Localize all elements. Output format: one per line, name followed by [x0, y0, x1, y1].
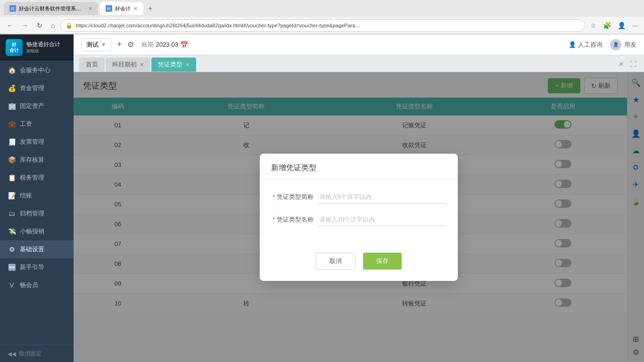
- lock-icon: 🔒: [66, 22, 73, 29]
- forward-button[interactable]: →: [19, 20, 31, 31]
- home-button[interactable]: ⌂: [48, 20, 58, 31]
- browser-tab-1[interactable]: 好 好会计云财务软件管理系统_会计 ✕: [4, 2, 98, 15]
- cancel-button[interactable]: 取消: [316, 253, 355, 270]
- tab-home-label: 首页: [86, 60, 98, 69]
- page-tabs: 首页 科目期初 ✕ 凭证类型 ✕ ✕ ⛶: [74, 55, 644, 72]
- org-selector[interactable]: 测试 ▼: [81, 38, 111, 51]
- calendar-icon[interactable]: 📅: [180, 41, 188, 49]
- modal-footer: 取消 保存: [260, 247, 458, 281]
- refresh-button[interactable]: ↻: [34, 20, 45, 31]
- sidebar-item-assets[interactable]: 🏢 固定资产: [0, 97, 74, 115]
- sidebar-label-dashboard: 会服务中心: [20, 66, 50, 74]
- org-arrow-icon: ▼: [101, 42, 106, 47]
- favorites-button[interactable]: ☆: [588, 20, 599, 31]
- sidebar-label-inventory: 库存核算: [20, 156, 44, 164]
- url-box[interactable]: 🔒 https://cloud2.chanjet.com/accounting/…: [60, 19, 585, 32]
- panel-close-button[interactable]: ✕: [617, 58, 626, 70]
- logo-icon: 好合计: [6, 39, 23, 56]
- browser-chrome: 好 好会计云财务软件管理系统_会计 ✕ 好 好会计 ✕ + ← → ↻ ⌂ 🔒 …: [0, 0, 644, 34]
- account-button[interactable]: 👤: [615, 20, 628, 31]
- sidebar-item-guide[interactable]: 🆕 新手引导: [0, 258, 74, 276]
- sidebar-label-funds: 资金管理: [20, 84, 44, 92]
- modal-overlay: 新增凭证类型 * 凭证类型简称 * 凭证类: [74, 72, 644, 362]
- topbar-right: 👤 人工咨询 👤 用友: [569, 39, 636, 50]
- tab-subject-label: 科目期初: [112, 60, 137, 69]
- sidebar-item-wages[interactable]: 💼 工资: [0, 115, 74, 133]
- tab-subject[interactable]: 科目期初 ✕: [106, 58, 150, 72]
- main-wrapper: 测试 ▼ + ⚙ 账期 2023-03 📅 👤 人工咨询 👤 用友: [74, 34, 644, 362]
- add-org-button[interactable]: +: [117, 40, 122, 49]
- required-star-short: *: [272, 193, 277, 200]
- save-button[interactable]: 保存: [363, 253, 402, 270]
- sidebar-item-funds[interactable]: 💰 资金管理: [0, 79, 74, 97]
- sidebar-item-invoice[interactable]: 🧾 发票管理: [0, 133, 74, 151]
- consult-label: 人工咨询: [578, 41, 603, 49]
- member-icon: V: [8, 281, 16, 289]
- new-tab-button[interactable]: +: [145, 4, 155, 13]
- sidebar-label-invoice: 发票管理: [20, 138, 44, 146]
- sidebar-item-settle[interactable]: 📝 结账: [0, 187, 74, 205]
- sidebar-footer-label: 取消固定: [19, 350, 41, 358]
- period-info: 账期 2023-03 📅: [141, 41, 188, 49]
- short-name-input[interactable]: [318, 190, 446, 204]
- form-label-full: * 凭证类型名称: [271, 215, 318, 224]
- funds-icon: 💰: [8, 84, 16, 92]
- dashboard-icon: 🏠: [8, 66, 16, 74]
- sidebar-item-member[interactable]: V 畅会员: [0, 276, 74, 294]
- back-button[interactable]: ←: [4, 20, 16, 31]
- tab-close-1[interactable]: ✕: [88, 6, 92, 12]
- consult-icon: 👤: [569, 41, 576, 48]
- app-topbar: 测试 ▼ + ⚙ 账期 2023-03 📅 👤 人工咨询 👤 用友: [74, 34, 644, 55]
- expense-icon: 💸: [8, 227, 16, 236]
- sidebar-logo: 好合计 畅捷通好合计 旗舰版: [0, 34, 74, 61]
- sidebar-scroll: 🏠 会服务中心 💰 资金管理 🏢 固定资产 💼 工资 🧾 发票管理 📦: [0, 61, 74, 345]
- sidebar-label-wages: 工资: [20, 120, 32, 128]
- tab-favicon-1: 好: [9, 5, 16, 12]
- settle-icon: 📝: [8, 191, 16, 200]
- sidebar-item-archive[interactable]: 🗂 归档管理: [0, 205, 74, 222]
- tab-close-2[interactable]: ✕: [133, 6, 138, 12]
- assets-icon: 🏢: [8, 102, 16, 110]
- sidebar-item-dashboard[interactable]: 🏠 会服务中心: [0, 61, 74, 79]
- full-name-input[interactable]: [318, 213, 446, 226]
- tab-bar: 好 好会计云财务软件管理系统_会计 ✕ 好 好会计 ✕ +: [0, 0, 644, 17]
- sidebar-item-inventory[interactable]: 📦 库存核算: [0, 151, 74, 169]
- tab-label-1: 好会计云财务软件管理系统_会计: [19, 5, 85, 12]
- tab-label-2: 好会计: [115, 5, 131, 12]
- browser-actions: ☆ 🧩 👤 ···: [588, 20, 640, 31]
- panel-win-buttons: ✕ ⛶: [617, 58, 638, 72]
- browser-tab-2[interactable]: 好 好会计 ✕: [100, 2, 143, 15]
- modal-title: 新增凭证类型: [271, 164, 316, 172]
- period-value: 2023-03: [156, 41, 178, 48]
- app-container: 好合计 畅捷通好合计 旗舰版 🏠 会服务中心 💰 资金管理 🏢 固定资产 💼 工…: [0, 34, 644, 362]
- logo-name: 畅捷通好合计: [26, 41, 60, 49]
- tab-home[interactable]: 首页: [79, 58, 105, 72]
- form-row-short: * 凭证类型简称: [271, 190, 446, 204]
- user-avatar: 👤: [610, 39, 621, 50]
- user-button[interactable]: 👤 用友: [610, 39, 636, 50]
- settings-button[interactable]: ⚙: [127, 40, 134, 49]
- sidebar-label-tax: 税务管理: [20, 173, 44, 182]
- required-star-full: *: [272, 216, 277, 223]
- sidebar-item-expense[interactable]: 💸 小畅报销: [0, 222, 74, 240]
- inventory-icon: 📦: [8, 156, 16, 164]
- tab-voucher-close[interactable]: ✕: [185, 62, 190, 68]
- archive-icon: 🗂: [8, 209, 16, 218]
- panel-maximize-button[interactable]: ⛶: [628, 58, 638, 70]
- tab-voucher-type[interactable]: 凭证类型 ✕: [151, 58, 196, 72]
- tax-icon: 📋: [8, 173, 16, 182]
- consult-button[interactable]: 👤 人工咨询: [569, 41, 603, 49]
- modal-body: * 凭证类型简称 * 凭证类型名称: [260, 179, 458, 247]
- sidebar-label-basic: 基础设置: [20, 245, 44, 254]
- period-label: 账期: [141, 41, 154, 49]
- modal-dialog: 新增凭证类型 * 凭证类型简称 * 凭证类: [260, 154, 458, 281]
- tab-subject-close[interactable]: ✕: [140, 62, 144, 68]
- sidebar-footer[interactable]: ◀◀ 取消固定: [0, 345, 74, 362]
- basic-icon: ⚙: [8, 245, 16, 254]
- sidebar-item-basic[interactable]: ⚙ 基础设置: [0, 240, 74, 258]
- sidebar-item-tax[interactable]: 📋 税务管理: [0, 169, 74, 187]
- modal-header: 新增凭证类型: [260, 154, 458, 179]
- extensions-button[interactable]: 🧩: [601, 20, 613, 31]
- logo-badge: 旗舰版: [26, 48, 60, 54]
- menu-button[interactable]: ···: [630, 20, 640, 31]
